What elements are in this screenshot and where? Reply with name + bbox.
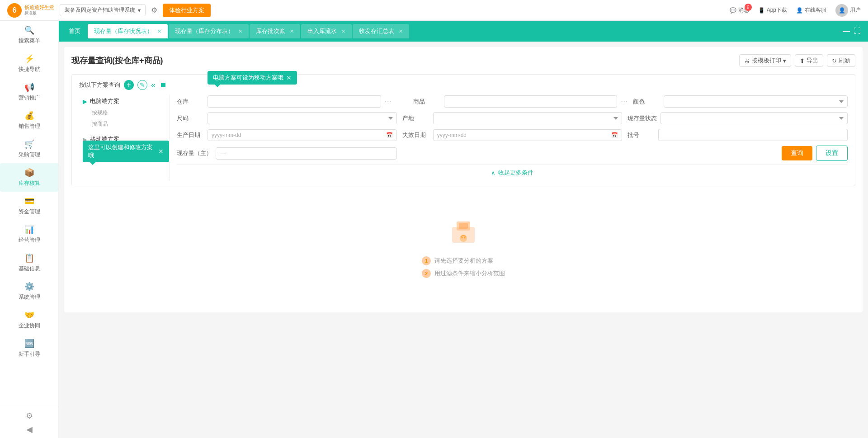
desktop-scheme-item[interactable]: ▶ 电脑端方案 xyxy=(79,95,164,107)
service-icon: 👤 xyxy=(796,7,803,14)
page-actions: 🖨 按模板打印 ▾ ⬆ 导出 ↻ 刷新 xyxy=(739,54,855,67)
sidebar-label-sales: 销售管理 xyxy=(19,122,40,130)
app-download-label: App下载 xyxy=(767,6,787,14)
connector-dot xyxy=(161,83,165,87)
settings-bottom-icon[interactable]: ⚙ xyxy=(26,411,33,421)
tab-bar: 首页 现存量（库存状况表） ✕ 现存量（库存分布表） ✕ 库存批次账 ✕ 出入库… xyxy=(59,21,868,42)
tooltip2-close[interactable]: ✕ xyxy=(158,148,164,155)
scheme-tree: 这里可以创建和修改方案哦 ✕ ▶ 电脑端方案 xyxy=(79,95,170,180)
message-icon: 💬 xyxy=(730,7,736,14)
product-dots: ··· xyxy=(621,97,627,106)
batch-no-input[interactable] xyxy=(658,129,848,141)
arrow-down-icon: ▶ xyxy=(83,98,87,105)
message-btn[interactable]: 💬 消息 6 xyxy=(730,6,749,14)
template-print-btn[interactable]: 🖨 按模板打印 ▾ xyxy=(739,54,791,67)
tab-inventory-dist[interactable]: 现存量（库存分布表） ✕ xyxy=(169,24,249,38)
empty-icon xyxy=(445,213,481,250)
color-filter: 颜色 xyxy=(633,95,848,108)
search-btn[interactable]: 查询 xyxy=(782,146,812,160)
tab-receive-send[interactable]: 收发存汇总表 ✕ xyxy=(353,24,409,38)
sidebar-item-search-menu[interactable]: 🔍 搜索菜单 xyxy=(0,21,58,49)
size-filter: 尺码 xyxy=(177,112,397,124)
warehouse-input[interactable] xyxy=(208,95,381,108)
basic-info-icon: 📋 xyxy=(24,253,34,263)
color-select[interactable] xyxy=(664,95,848,108)
industry-btn[interactable]: 体验行业方案 xyxy=(163,4,211,17)
sidebar-label-inventory: 库存核算 xyxy=(19,179,40,187)
filter-add-btn[interactable]: + xyxy=(124,80,134,90)
system-name: 装备及固定资产辅助管理系统 xyxy=(65,6,135,14)
collapse-btn[interactable]: ∧ 收起更多条件 xyxy=(177,165,848,180)
product-filter: 商品 ··· xyxy=(413,95,628,108)
sidebar-item-finance[interactable]: 💳 资金管理 xyxy=(0,192,58,220)
origin-select[interactable] xyxy=(433,112,623,124)
sidebar-item-basic-info[interactable]: 📋 基础信息 xyxy=(0,249,58,277)
product-input[interactable] xyxy=(444,95,618,108)
tab-home-label: 首页 xyxy=(69,27,80,35)
tab-home[interactable]: 首页 xyxy=(62,24,87,38)
svg-point-4 xyxy=(462,237,463,239)
stock-main-input[interactable] xyxy=(216,147,397,160)
avatar-icon: 👤 xyxy=(839,7,845,14)
collapse-icon[interactable]: ◀ xyxy=(26,424,33,434)
sidebar-item-marketing[interactable]: 📢 营销推广 xyxy=(0,78,58,106)
filter-fields: 仓库 ··· 商品 ··· xyxy=(170,95,848,180)
sidebar-item-sales[interactable]: 💰 销售管理 xyxy=(0,106,58,135)
sidebar-item-system[interactable]: ⚙️ 系统管理 xyxy=(0,277,58,306)
marketing-icon: 📢 xyxy=(24,82,34,92)
maximize-icon[interactable]: ⛶ xyxy=(854,27,861,35)
prod-date-label: 生产日期 xyxy=(177,131,204,139)
tooltip1-text: 电脑方案可设为移动方案哦 xyxy=(213,74,283,82)
size-select[interactable] xyxy=(208,112,397,124)
empty-state: 1 请先选择要分析的方案 2 用过滤条件来缩小分析范围 xyxy=(71,186,855,305)
user-btn[interactable]: 👤 用户 xyxy=(835,4,861,17)
top-bar-left: 6 畅通通好生意 标准版 装备及固定资产辅助管理系统 ▾ ⚙ 体验行业方案 xyxy=(7,3,211,18)
tab-in-out-flow[interactable]: 出入库流水 ✕ xyxy=(301,24,352,38)
enterprise-icon: 🤝 xyxy=(24,310,34,320)
tooltip1-close[interactable]: ✕ xyxy=(286,74,292,81)
tab-inventory-status[interactable]: 现存量（库存状况表） ✕ xyxy=(88,24,168,38)
warehouse-label: 仓库 xyxy=(177,98,204,106)
refresh-btn[interactable]: ↻ 刷新 xyxy=(827,54,855,67)
empty-step-1: 1 请先选择要分析的方案 xyxy=(422,256,505,265)
filter-header: 按以下方案查询 + ✎ « xyxy=(79,80,848,90)
sidebar-label-ops: 经营管理 xyxy=(19,236,40,244)
scheme-child-1[interactable]: 按规格 xyxy=(88,107,164,118)
filter-back-btn[interactable]: « xyxy=(151,80,156,90)
system-selector[interactable]: 装备及固定资产辅助管理系统 ▾ xyxy=(60,4,146,16)
tab-inventory-status-label: 现存量（库存状况表） xyxy=(94,27,153,35)
sidebar-item-enterprise[interactable]: 🤝 企业协同 xyxy=(0,306,58,334)
settings-icon[interactable]: ⚙ xyxy=(151,6,157,14)
content-area: 首页 现存量（库存状况表） ✕ 现存量（库存分布表） ✕ 库存批次账 ✕ 出入库… xyxy=(59,21,868,438)
empty-step-2: 2 用过滤条件来缩小分析范围 xyxy=(422,269,505,278)
top-bar: 6 畅通通好生意 标准版 装备及固定资产辅助管理系统 ▾ ⚙ 体验行业方案 💬 … xyxy=(0,0,868,21)
sidebar-item-operations[interactable]: 📊 经营管理 xyxy=(0,220,58,249)
tab-close-icon-4[interactable]: ✕ xyxy=(341,28,345,34)
tab-close-icon-5[interactable]: ✕ xyxy=(399,28,403,34)
sidebar-item-purchase[interactable]: 🛒 采购管理 xyxy=(0,135,58,163)
minimize-icon[interactable]: — xyxy=(843,27,850,35)
origin-filter: 产地 xyxy=(402,112,623,124)
filter-edit-btn[interactable]: ✎ xyxy=(137,80,147,90)
prod-date-input[interactable]: yyyy-mm-dd 📅 xyxy=(208,129,397,141)
export-btn[interactable]: ⬆ 导出 xyxy=(795,54,823,67)
app-download-btn[interactable]: 📱 App下载 xyxy=(758,6,787,14)
expiry-date-input[interactable]: yyyy-mm-dd 📅 xyxy=(433,129,623,141)
scheme-child-2[interactable]: 按商品 xyxy=(88,118,164,130)
reset-btn[interactable]: 设置 xyxy=(816,146,848,161)
tab-close-icon-2[interactable]: ✕ xyxy=(238,28,242,34)
stock-status-select[interactable] xyxy=(660,112,848,124)
tab-batch-ledger[interactable]: 库存批次账 ✕ xyxy=(250,24,300,38)
online-service-btn[interactable]: 👤 在线客服 xyxy=(796,6,826,14)
sidebar-item-guide[interactable]: 🆕 新手引导 xyxy=(0,334,58,363)
filter-body: 这里可以创建和修改方案哦 ✕ ▶ 电脑端方案 xyxy=(79,95,848,180)
page-title-row: 现存量查询(按仓库+商品) 🖨 按模板打印 ▾ ⬆ 导出 xyxy=(71,54,855,67)
operations-icon: 📊 xyxy=(24,225,34,235)
stock-main-filter: 现存量（主） xyxy=(177,147,397,160)
phone-icon: 📱 xyxy=(758,7,765,14)
tab-close-icon-3[interactable]: ✕ xyxy=(290,28,294,34)
sidebar-item-inventory[interactable]: 📦 库存核算 xyxy=(0,163,58,192)
tab-close-icon[interactable]: ✕ xyxy=(157,28,161,34)
batch-no-label: 批号 xyxy=(627,131,655,139)
sidebar-item-quick-nav[interactable]: ⚡ 快捷导航 xyxy=(0,49,58,78)
